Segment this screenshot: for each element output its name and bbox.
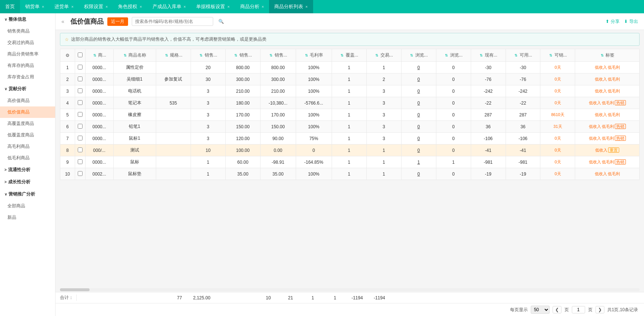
- nav-item-产成品入库单[interactable]: 产成品入库单×: [147, 0, 191, 13]
- nav-item-商品分析列表[interactable]: 商品分析列表×: [269, 0, 313, 13]
- sidebar-section-流通性分析[interactable]: >流通性分析: [0, 164, 55, 176]
- nav-item-进货单[interactable]: 进货单×: [49, 0, 78, 13]
- nav-close-icon[interactable]: ×: [184, 4, 186, 9]
- sort-icon[interactable]: ⇅: [199, 53, 202, 57]
- sidebar-item-高覆盖度商品[interactable]: 高覆盖度商品: [0, 118, 55, 129]
- search-input[interactable]: [132, 17, 213, 26]
- select-all-checkbox[interactable]: [78, 52, 83, 57]
- filter-button[interactable]: 近一月: [107, 17, 128, 26]
- sidebar-section-成长性分析[interactable]: >成长性分析: [0, 176, 55, 188]
- col-header-sellable[interactable]: ⇅ 可销...: [540, 49, 575, 62]
- sidebar-item-低价值商品[interactable]: 低价值商品: [0, 106, 55, 118]
- sort-icon[interactable]: ⇅: [445, 53, 448, 57]
- col-header-name[interactable]: ⇅ 商品名称: [113, 49, 156, 62]
- col-header-spec[interactable]: ⇅ 规格...: [156, 49, 191, 62]
- sidebar-item-销售类商品[interactable]: 销售类商品: [0, 26, 55, 37]
- sidebar-item-交易过的商品[interactable]: 交易过的商品: [0, 37, 55, 48]
- nav-item-销货单[interactable]: 销货单×: [20, 0, 49, 13]
- row-checkbox[interactable]: [78, 147, 83, 152]
- collapse-button[interactable]: «: [61, 18, 64, 24]
- sidebar-item-有库存的商品[interactable]: 有库存的商品: [0, 60, 55, 71]
- nav-item-角色授权[interactable]: 角色授权×: [113, 0, 147, 13]
- row-checkbox-cell[interactable]: [75, 62, 85, 74]
- sort-icon[interactable]: ⇅: [124, 53, 127, 57]
- sidebar-item-高毛利商品[interactable]: 高毛利商品: [0, 141, 55, 152]
- row-checkbox[interactable]: [78, 88, 83, 93]
- nav-item-首页[interactable]: 首页: [0, 0, 20, 13]
- nav-close-icon[interactable]: ×: [227, 4, 229, 9]
- sidebar-item-低覆盖度商品[interactable]: 低覆盖度商品: [0, 129, 55, 141]
- row-checkbox[interactable]: [78, 171, 83, 176]
- first-page-button[interactable]: ❮: [553, 306, 561, 313]
- page-size-select[interactable]: 102050100: [531, 306, 550, 314]
- sidebar-section-贡献分析[interactable]: ∨贡献分析: [0, 83, 55, 95]
- col-header-coverage[interactable]: ⇅ 覆盖...: [332, 49, 366, 62]
- settings-icon[interactable]: ⚙: [66, 53, 70, 58]
- search-icon[interactable]: 🔍: [218, 19, 224, 24]
- col-header-qty[interactable]: ⇅ 销售...: [191, 49, 225, 62]
- row-checkbox[interactable]: [78, 159, 83, 164]
- sort-icon[interactable]: ⇅: [410, 53, 413, 57]
- nav-close-icon[interactable]: ×: [71, 4, 73, 9]
- share-button[interactable]: ⬆ 分享: [606, 18, 620, 25]
- sort-icon[interactable]: ⇅: [165, 53, 168, 57]
- sort-icon[interactable]: ⇅: [93, 53, 96, 57]
- nav-close-icon[interactable]: ×: [305, 4, 308, 9]
- col-header-sale_cost[interactable]: ⇅ 销售...: [260, 49, 296, 62]
- sidebar-item-高价值商品[interactable]: 高价值商品: [0, 95, 55, 106]
- sidebar-item-新品[interactable]: 新品: [0, 212, 55, 223]
- nav-item-商品分析[interactable]: 商品分析×: [235, 0, 269, 13]
- page-number-input[interactable]: [572, 306, 585, 313]
- nav-item-单据模板设置[interactable]: 单据模板设置×: [191, 0, 235, 13]
- row-checkbox[interactable]: [78, 100, 83, 105]
- col-header-code[interactable]: ⇅ 商...: [85, 49, 113, 62]
- col-header-checkbox[interactable]: [75, 49, 85, 62]
- row-checkbox-cell[interactable]: [75, 168, 85, 180]
- sort-icon[interactable]: ⇅: [341, 53, 343, 57]
- nav-item-权限设置[interactable]: 权限设置×: [79, 0, 113, 13]
- sort-icon[interactable]: ⇅: [375, 53, 378, 57]
- col-header-trade[interactable]: ⇅ 交易...: [366, 49, 401, 62]
- export-button[interactable]: ⬇ 导出: [624, 18, 638, 25]
- col-header-sale_amount[interactable]: ⇅ 销售...: [225, 49, 260, 62]
- sort-icon[interactable]: ⇅: [514, 53, 517, 57]
- sort-icon[interactable]: ⇅: [269, 53, 272, 57]
- sort-icon[interactable]: ⇅: [601, 53, 604, 57]
- row-checkbox-cell[interactable]: [75, 97, 85, 109]
- sidebar-item-低毛利商品[interactable]: 低毛利商品: [0, 152, 55, 164]
- row-checkbox[interactable]: [78, 112, 83, 117]
- row-checkbox-cell[interactable]: [75, 109, 85, 121]
- sidebar-item-商品分类销售率[interactable]: 商品分类销售率: [0, 48, 55, 60]
- nav-close-icon[interactable]: ×: [140, 4, 142, 9]
- col-header-tags[interactable]: ⇅ 标签: [575, 49, 640, 62]
- sidebar-item-全部商品[interactable]: 全部商品: [0, 200, 55, 212]
- col-header-view2[interactable]: ⇅ 浏览...: [436, 49, 471, 62]
- col-header-settings[interactable]: ⚙: [60, 49, 75, 62]
- row-checkbox[interactable]: [78, 65, 83, 69]
- row-checkbox-cell[interactable]: [75, 121, 85, 133]
- sidebar-section-营销推广分析[interactable]: ∨营销推广分析: [0, 188, 55, 200]
- row-checkbox-cell[interactable]: [75, 133, 85, 145]
- col-header-view1[interactable]: ⇅ 浏览...: [401, 49, 436, 62]
- sidebar-item-库存资金占用[interactable]: 库存资金占用: [0, 71, 55, 83]
- scrollbar-track[interactable]: [60, 288, 640, 291]
- scrollbar-thumb[interactable]: [60, 288, 90, 291]
- row-checkbox-cell[interactable]: [75, 145, 85, 156]
- sort-icon[interactable]: ⇅: [305, 53, 308, 57]
- nav-close-icon[interactable]: ×: [105, 4, 108, 9]
- row-checkbox-cell[interactable]: [75, 85, 85, 97]
- row-checkbox[interactable]: [78, 124, 83, 129]
- col-header-available[interactable]: ⇅ 可用...: [506, 49, 540, 62]
- row-checkbox-cell[interactable]: [75, 74, 85, 85]
- sort-icon[interactable]: ⇅: [234, 53, 237, 57]
- row-checkbox[interactable]: [78, 136, 83, 140]
- next-page-button[interactable]: ❯: [596, 306, 604, 313]
- col-header-stock[interactable]: ⇅ 现有...: [471, 49, 506, 62]
- nav-close-icon[interactable]: ×: [262, 4, 264, 9]
- col-header-margin[interactable]: ⇅ 毛利率: [296, 49, 332, 62]
- sidebar-section-整体信息[interactable]: ∨整体信息: [0, 13, 55, 26]
- row-checkbox[interactable]: [78, 77, 83, 81]
- nav-close-icon[interactable]: ×: [42, 4, 44, 9]
- sort-icon[interactable]: ⇅: [480, 53, 483, 57]
- row-checkbox-cell[interactable]: [75, 156, 85, 168]
